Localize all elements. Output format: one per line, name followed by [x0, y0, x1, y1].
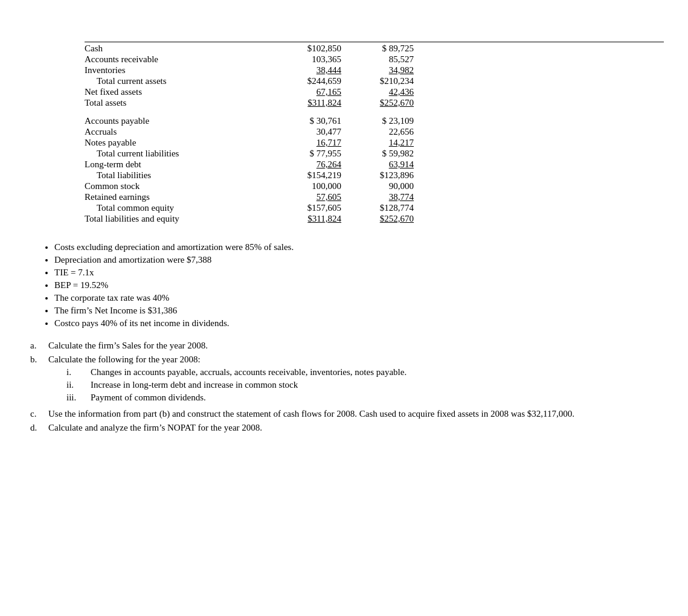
question-letter: d. [30, 423, 48, 433]
val-2008: $ 30,761 [278, 116, 350, 126]
sub-text: Increase in long-term debt and increase … [91, 380, 298, 390]
table-row: Inventories38,44434,982 [85, 65, 664, 75]
val-2007: 63,914 [350, 159, 423, 170]
row-label: Accruals [85, 127, 278, 137]
question-text: Use the information from part (b) and co… [48, 409, 574, 419]
table-row: Common stock100,00090,000 [85, 181, 664, 191]
sub-roman: iii. [66, 393, 91, 403]
question-content: Calculate the following for the year 200… [48, 355, 664, 405]
val-2007: $123,896 [350, 170, 423, 181]
bullet-list-section: Costs excluding depreciation and amortiz… [42, 242, 664, 329]
val-2007: $ 23,109 [350, 116, 423, 126]
row-label: Total liabilities [85, 170, 278, 181]
sub-item: ii.Increase in long-term debt and increa… [66, 380, 664, 390]
question-content: Calculate and analyze the firm’s NOPAT f… [48, 423, 664, 433]
col1-header [278, 29, 350, 39]
val-2007: $252,670 [350, 214, 423, 224]
val-2008: $157,605 [278, 203, 350, 213]
table-row: Total assets$311,824$252,670 [85, 98, 664, 108]
bullet-item: The firm’s Net Income is $31,386 [54, 306, 664, 316]
bullet-item: Costco pays 40% of its net income in div… [54, 318, 664, 329]
row-label: Total assets [85, 98, 278, 108]
val-2007: 38,774 [350, 192, 423, 202]
row-label: Total common equity [85, 203, 278, 213]
val-2007: 14,217 [350, 138, 423, 148]
val-2007: 22,656 [350, 127, 423, 137]
val-2008: $154,219 [278, 170, 350, 181]
row-label: Net fixed assets [85, 87, 278, 97]
col2-header [350, 29, 423, 39]
questions-list: a.Calculate the firm’s Sales for the yea… [30, 341, 664, 433]
val-2008: 38,444 [278, 65, 350, 75]
table-row: Notes payable16,71714,217 [85, 138, 664, 148]
question-letter: b. [30, 355, 48, 405]
section-gap [85, 109, 664, 116]
val-2007: 42,436 [350, 87, 423, 97]
row-label: Inventories [85, 65, 278, 75]
table-row: Long-term debt76,26463,914 [85, 159, 664, 170]
sub-text: Payment of common dividends. [91, 393, 206, 403]
table-row: Accounts payable$ 30,761$ 23,109 [85, 116, 664, 126]
question-item: b.Calculate the following for the year 2… [30, 355, 664, 405]
question-item: d.Calculate and analyze the firm’s NOPAT… [30, 423, 664, 433]
table-row: Total common equity$157,605$128,774 [85, 203, 664, 213]
bs-rows: Cash$102,850$ 89,725Accounts receivable1… [85, 43, 664, 224]
val-2007: $ 59,982 [350, 149, 423, 159]
sub-roman: i. [66, 367, 91, 377]
val-2008: 57,605 [278, 192, 350, 202]
table-row: Total liabilities and equity$311,824$252… [85, 214, 664, 224]
question-content: Calculate the firm’s Sales for the year … [48, 341, 664, 351]
val-2008: 30,477 [278, 127, 350, 137]
row-label: Total current liabilities [85, 149, 278, 159]
question-item: c.Use the information from part (b) and … [30, 409, 664, 419]
table-row: Net fixed assets67,16542,436 [85, 87, 664, 97]
row-label: Total liabilities and equity [85, 214, 278, 224]
row-label: Notes payable [85, 138, 278, 148]
sub-item: i.Changes in accounts payable, accruals,… [66, 367, 664, 377]
question-letter: c. [30, 409, 48, 419]
table-row: Retained earnings57,60538,774 [85, 192, 664, 202]
row-label: Retained earnings [85, 192, 278, 202]
table-row: Total current liabilities$ 77,955$ 59,98… [85, 149, 664, 159]
row-label: Accounts payable [85, 116, 278, 126]
balance-sheet: Cash$102,850$ 89,725Accounts receivable1… [85, 29, 664, 224]
bullet-list: Costs excluding depreciation and amortiz… [42, 242, 664, 329]
val-2008: 103,365 [278, 54, 350, 65]
val-2007: $ 89,725 [350, 43, 423, 54]
val-2008: 67,165 [278, 87, 350, 97]
question-text: Calculate and analyze the firm’s NOPAT f… [48, 423, 262, 432]
val-2008: $ 77,955 [278, 149, 350, 159]
sub-item: iii.Payment of common dividends. [66, 393, 664, 403]
row-label: Accounts receivable [85, 54, 278, 65]
question-letter: a. [30, 341, 48, 351]
val-2008: 16,717 [278, 138, 350, 148]
val-2008: $311,824 [278, 98, 350, 108]
sub-items: i.Changes in accounts payable, accruals,… [66, 367, 664, 403]
row-label: Total current assets [85, 76, 278, 86]
table-row: Accounts receivable103,36585,527 [85, 54, 664, 65]
val-2008: 100,000 [278, 181, 350, 191]
bullet-item: Depreciation and amortization were $7,38… [54, 255, 664, 265]
bullet-item: TIE = 7.1x [54, 268, 664, 278]
bullet-item: BEP = 19.52% [54, 280, 664, 290]
val-2008: 76,264 [278, 159, 350, 170]
bullet-item: Costs excluding depreciation and amortiz… [54, 242, 664, 252]
bullet-item: The corporate tax rate was 40% [54, 293, 664, 303]
table-row: Cash$102,850$ 89,725 [85, 43, 664, 54]
table-row: Total liabilities$154,219$123,896 [85, 170, 664, 181]
row-label: Common stock [85, 181, 278, 191]
question-content: Use the information from part (b) and co… [48, 409, 664, 419]
question-item: a.Calculate the firm’s Sales for the yea… [30, 341, 664, 351]
val-2007: $128,774 [350, 203, 423, 213]
val-2008: $311,824 [278, 214, 350, 224]
question-text: Calculate the following for the year 200… [48, 355, 201, 364]
sub-text: Changes in accounts payable, accruals, a… [91, 367, 407, 377]
val-2007: $252,670 [350, 98, 423, 108]
questions-section: a.Calculate the firm’s Sales for the yea… [30, 341, 664, 433]
row-label: Long-term debt [85, 159, 278, 170]
sub-roman: ii. [66, 380, 91, 390]
table-divider-top [85, 42, 664, 42]
question-text: Calculate the firm’s Sales for the year … [48, 341, 208, 350]
table-row: Total current assets$244,659$210,234 [85, 76, 664, 86]
val-2008: $102,850 [278, 43, 350, 54]
